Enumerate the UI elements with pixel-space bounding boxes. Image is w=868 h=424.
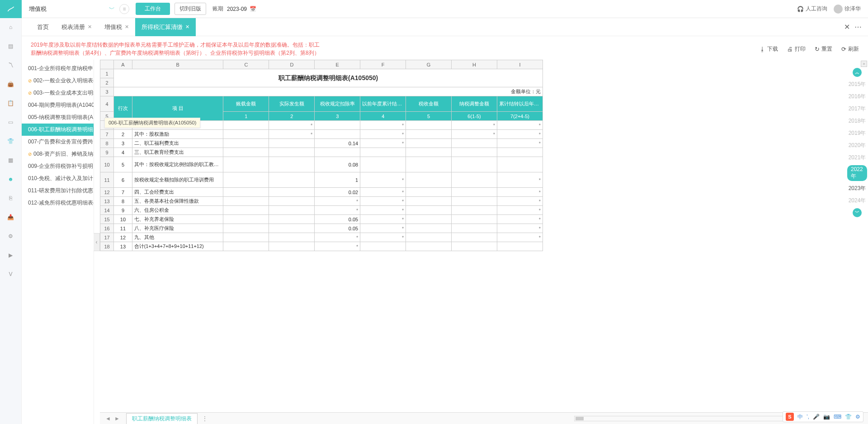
top-bar: 增值税 ﹀ ≡ 工作台 切到旧版 账期 2023-09 📅 🎧人工咨询 徐泽华 — [0, 0, 868, 18]
switch-old-button[interactable]: 切到旧版 — [175, 3, 206, 15]
calendar-icon[interactable]: 📅 — [250, 6, 256, 12]
top-right-area: 🎧人工咨询 徐泽华 — [797, 5, 861, 14]
tax-type-label: 增值税 — [29, 5, 47, 13]
chevron-down-icon: ﹀ — [109, 5, 115, 13]
round-icon-button[interactable]: ≡ — [119, 4, 129, 14]
period-label: 账期 — [212, 5, 223, 13]
app-logo[interactable] — [0, 0, 22, 18]
tab-vat[interactable]: 增值税✕ — [98, 18, 135, 19]
period-value: 2023-09 — [227, 6, 247, 12]
headset-icon: 🎧 — [797, 6, 804, 12]
workbench-button[interactable]: 工作台 — [136, 3, 170, 15]
tab-tax-list[interactable]: 税表清册✕ — [55, 18, 98, 19]
consult-button[interactable]: 🎧人工咨询 — [797, 5, 827, 13]
tax-type-select[interactable]: 增值税 ﹀ — [29, 5, 115, 13]
avatar — [834, 5, 843, 14]
user-menu[interactable]: 徐泽华 — [834, 5, 861, 14]
tab-income-tax[interactable]: 所得税汇算清缴✕ — [135, 18, 196, 19]
tab-home[interactable]: 首页 — [31, 18, 55, 19]
